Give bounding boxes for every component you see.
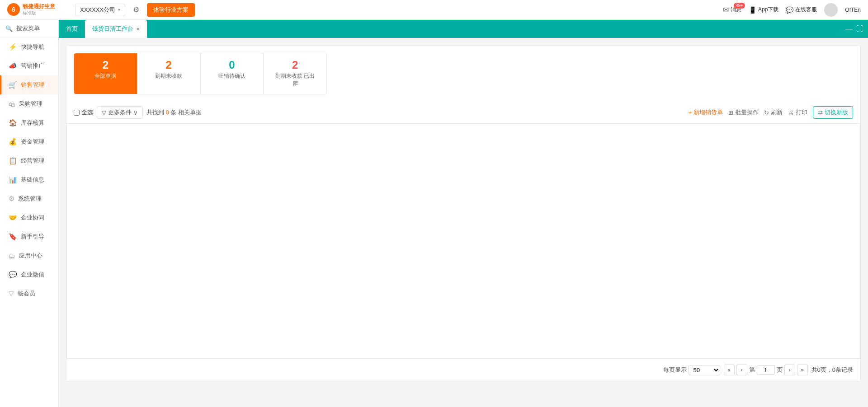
first-page-button[interactable]: « — [724, 365, 735, 375]
prev-page-button[interactable]: ‹ — [736, 365, 747, 375]
sidebar-item-inventory[interactable]: 🏠 库存核算 — [0, 113, 58, 132]
chat-icon: 💬 — [9, 271, 17, 279]
tab-close-icon[interactable]: ✕ — [136, 27, 140, 32]
table-area — [66, 124, 860, 359]
company-selector[interactable]: XXXXXX公司 ▾ — [75, 4, 125, 16]
sidebar-item-guide[interactable]: 🔖 新手引导 — [0, 227, 58, 246]
search-icon: 🔍 — [5, 25, 13, 32]
minimize-icon[interactable]: — — [845, 25, 853, 33]
headset-icon: 💬 — [786, 6, 793, 14]
tab-workbench[interactable]: 钱货日清工作台 ✕ — [85, 20, 147, 38]
sidebar-item-label: 快捷导航 — [21, 43, 44, 51]
main-content: 2 全部单据 2 到期未收款 0 旺辅待确认 2 到期未收款 已出库 — [59, 38, 868, 407]
database-icon: 📊 — [9, 176, 17, 184]
stat-overdue-num: 2 — [146, 60, 191, 70]
sidebar-item-shortcut[interactable]: ⚡ 快捷导航 — [0, 37, 58, 56]
count-num: 0 — [166, 109, 169, 116]
per-page-label: 每页显示 — [663, 366, 687, 374]
sidebar-item-purchase[interactable]: 🛍 采购管理 — [0, 94, 58, 113]
stats-area: 2 全部单据 2 到期未收款 0 旺辅待确认 2 到期未收款 已出库 — [66, 46, 860, 94]
cart-icon: 🛒 — [9, 81, 17, 89]
nav-tab-right: — ⛶ — [845, 25, 868, 33]
app-download-btn[interactable]: 📱 App下载 — [749, 6, 778, 14]
sidebar-item-label: 系统管理 — [18, 195, 42, 203]
filter-label: 更多条件 — [108, 108, 132, 117]
sidebar-item-marketing[interactable]: 📣 营销推广 — [0, 56, 58, 75]
avatar[interactable] — [824, 3, 838, 17]
next-page-button[interactable]: › — [784, 365, 795, 375]
trial-button[interactable]: 体验行业方案 — [147, 3, 195, 17]
tab-workbench-label: 钱货日清工作台 — [92, 25, 133, 33]
house-icon: 🏠 — [9, 119, 17, 127]
switch-icon: ⇄ — [818, 109, 823, 116]
refresh-button[interactable]: ↻ 刷新 — [764, 108, 783, 117]
app-subtitle: 标准版 — [23, 10, 55, 16]
stat-pending-num: 0 — [210, 60, 255, 70]
flash-icon: ⚡ — [9, 43, 17, 51]
sidebar-item-basic[interactable]: 📊 基础信息 — [0, 170, 58, 189]
message-icon: ✉ — [723, 5, 729, 14]
stat-overdue-label: 到期未收款 — [146, 72, 191, 80]
sidebar-item-wechat[interactable]: 💬 企业微信 — [0, 265, 58, 284]
sidebar-item-appstore[interactable]: 🗂 应用中心 — [0, 246, 58, 265]
clipboard-icon: 📋 — [9, 157, 17, 165]
add-sales-button[interactable]: + 新增销货单 — [689, 108, 723, 117]
toolbar: 全选 ▽ 更多条件 ∨ 共找到 0 条 相关单据 + 新增销货单 ⊞ — [66, 102, 860, 124]
tab-home-label: 首页 — [66, 25, 78, 33]
bag-icon: 🛍 — [9, 100, 15, 108]
stat-all-num: 2 — [83, 60, 128, 70]
logo-icon: 6 — [7, 3, 20, 16]
sidebar-item-label: 畅会员 — [18, 290, 35, 298]
last-page-button[interactable]: » — [797, 365, 808, 375]
page-size-selector: 每页显示 50 10 20 100 — [663, 365, 720, 375]
online-service-label: 在线客服 — [795, 6, 817, 14]
company-name: XXXXXX公司 — [80, 6, 115, 14]
sidebar-item-label: 经营管理 — [21, 157, 44, 165]
sidebar-item-system[interactable]: ⚙ 系统管理 — [0, 189, 58, 208]
print-button[interactable]: 🖨 打印 — [788, 108, 807, 117]
select-all-input[interactable] — [74, 110, 80, 116]
logo-area: 6 畅捷通好生意 标准版 — [7, 3, 66, 16]
page-number-input[interactable] — [757, 365, 775, 375]
batch-operation-button[interactable]: ⊞ 批量操作 — [728, 108, 759, 117]
batch-icon: ⊞ — [728, 109, 733, 116]
stat-all[interactable]: 2 全部单据 — [74, 53, 137, 94]
sidebar-item-member[interactable]: ▽ 畅会员 — [0, 284, 58, 303]
settings-icon[interactable]: ⚙ — [130, 4, 142, 16]
app-download-label: App下载 — [758, 6, 778, 14]
select-all-label: 全选 — [81, 108, 93, 117]
gear-icon: ⚙ — [9, 195, 14, 203]
sidebar-item-label: 新手引导 — [21, 233, 44, 241]
member-icon: ▽ — [9, 290, 14, 298]
toolbar-right: + 新增销货单 ⊞ 批量操作 ↻ 刷新 🖨 打印 ⇄ 切换新版 — [689, 106, 853, 119]
sidebar-item-label: 应用中心 — [19, 252, 42, 260]
bookmark-icon: 🔖 — [9, 233, 17, 241]
expand-icon[interactable]: ⛶ — [856, 25, 863, 33]
sidebar-item-enterprise[interactable]: 🤝 企业协同 — [0, 208, 58, 227]
notification-area[interactable]: ✉ 消息 99+ — [723, 5, 741, 14]
tab-home[interactable]: 首页 — [59, 20, 85, 38]
stat-all-label: 全部单据 — [83, 72, 128, 80]
stat-overdue[interactable]: 2 到期未收款 — [137, 53, 201, 94]
filter-button[interactable]: ▽ 更多条件 ∨ — [97, 106, 143, 119]
search-menu-label: 搜索菜单 — [16, 24, 40, 33]
total-records: 共0页，0条记录 — [811, 366, 853, 374]
stat-pending[interactable]: 0 旺辅待确认 — [201, 53, 264, 94]
sidebar-item-label: 资金管理 — [21, 138, 44, 146]
sidebar-item-sales[interactable]: 🛒 销售管理 — [0, 75, 58, 94]
chevron-down-icon: ▾ — [118, 7, 120, 12]
search-menu[interactable]: 🔍 搜索菜单 — [0, 20, 58, 37]
sidebar-item-label: 采购管理 — [19, 100, 42, 108]
select-all-checkbox[interactable]: 全选 — [74, 108, 93, 117]
online-service-btn[interactable]: 💬 在线客服 — [786, 6, 817, 14]
sidebar-item-finance[interactable]: 💰 资金管理 — [0, 132, 58, 151]
per-page-select[interactable]: 50 10 20 100 — [689, 365, 720, 375]
handshake-icon: 🤝 — [9, 214, 17, 222]
switch-version-button[interactable]: ⇄ 切换新版 — [813, 106, 853, 119]
sidebar-item-operation[interactable]: 📋 经营管理 — [0, 151, 58, 170]
username[interactable]: OfTEn — [845, 7, 861, 13]
stat-overdue-out-num: 2 — [273, 60, 317, 70]
stat-overdue-out[interactable]: 2 到期未收款 已出库 — [264, 53, 326, 94]
pagination: 每页显示 50 10 20 100 « ‹ 第 页 › » 共0页，0条记录 — [66, 359, 860, 381]
sidebar-item-label: 库存核算 — [21, 119, 44, 127]
